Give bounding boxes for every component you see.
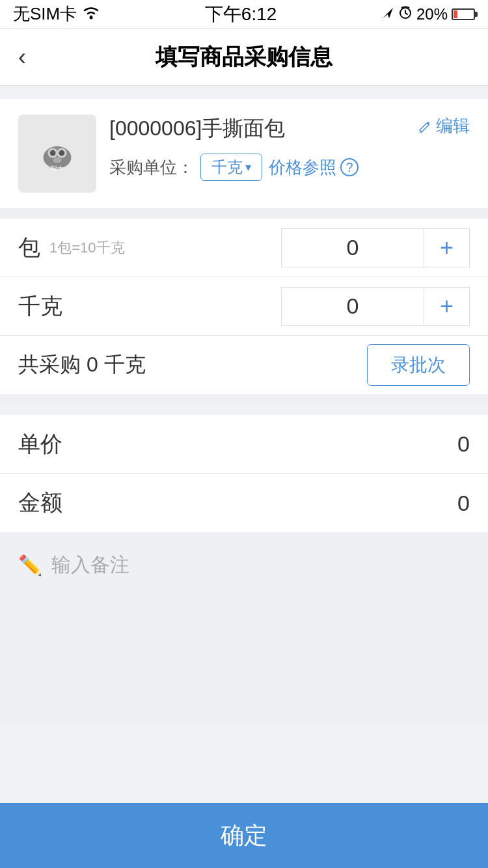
page-title: 填写商品采购信息 (156, 42, 332, 72)
price-ref-label: 价格参照 (269, 156, 336, 179)
info-icon: ? (340, 158, 359, 176)
svg-text:智十: 智十 (51, 165, 64, 172)
kg-plus-button[interactable]: + (424, 287, 470, 326)
product-image: 智十 (18, 115, 96, 193)
battery-percent: 20% (416, 5, 448, 23)
edit-button[interactable]: 编辑 (418, 115, 470, 137)
section-divider-1 (0, 208, 488, 219)
price-ref-button[interactable]: 价格参照 ? (269, 156, 359, 179)
summary-text: 共采购 0 千克 (18, 351, 146, 379)
confirm-button[interactable]: 确定 (0, 803, 488, 868)
summary-unit: 千克 (104, 353, 146, 376)
kg-input-right: 0 + (281, 287, 470, 326)
bag-hint: 1包=10千克 (49, 238, 125, 258)
alarm-icon (398, 5, 413, 23)
record-batch-button[interactable]: 录批次 (367, 344, 470, 386)
back-chevron: ‹ (18, 44, 26, 70)
location-icon (381, 5, 394, 23)
pencil-icon: ✏️ (18, 554, 42, 576)
battery-icon (452, 8, 475, 20)
unit-value: 千克 (211, 157, 243, 178)
bag-input-right: 0 + (281, 228, 470, 267)
nav-bar: ‹ 填写商品采购信息 (0, 29, 488, 86)
amount-row: 金额 0 (0, 474, 488, 532)
bag-input-row: 包 1包=10千克 0 + (0, 219, 488, 277)
svg-point-8 (59, 150, 65, 156)
status-left: 无SIM卡 (13, 3, 100, 25)
kg-input-row: 千克 0 + (0, 277, 488, 336)
status-right: 20% (381, 5, 475, 23)
edit-label: 编辑 (436, 115, 470, 137)
product-name: [0000006]手撕面包 (109, 115, 470, 143)
notes-placeholder: 输入备注 (51, 552, 129, 578)
edit-icon (418, 119, 432, 133)
sim-text: 无SIM卡 (13, 3, 77, 25)
svg-point-0 (90, 16, 93, 20)
kg-quantity-input[interactable]: 0 (281, 287, 424, 326)
product-logo: 智十 (31, 134, 83, 173)
product-card: 智十 [0000006]手撕面包 采购单位： 千克 ▾ 价格参照 ? 编辑 (0, 99, 488, 208)
svg-point-9 (53, 157, 62, 163)
wifi-icon (82, 4, 100, 24)
status-time: 下午6:12 (205, 2, 277, 27)
svg-line-3 (405, 13, 407, 14)
summary-amount: 0 (87, 353, 98, 376)
product-info: [0000006]手撕面包 采购单位： 千克 ▾ 价格参照 ? (109, 115, 470, 181)
unit-price-value: 0 (457, 431, 470, 457)
amount-value: 0 (457, 491, 470, 516)
notes-section[interactable]: ✏️ 输入备注 (0, 532, 488, 597)
price-section: 单价 0 金额 0 (0, 415, 488, 532)
content-spacer (0, 597, 488, 727)
unit-price-label: 单价 (18, 429, 62, 459)
bag-plus-button[interactable]: + (424, 228, 470, 267)
section-divider-2 (0, 394, 488, 405)
back-button[interactable]: ‹ (18, 44, 26, 71)
bag-label: 包 1包=10千克 (18, 233, 125, 263)
bag-quantity-input[interactable]: 0 (281, 228, 424, 267)
chevron-down-icon: ▾ (245, 160, 251, 174)
status-bar: 无SIM卡 下午6:12 20% (0, 0, 488, 29)
unit-price-row: 单价 0 (0, 415, 488, 474)
kg-label: 千克 (18, 292, 62, 321)
unit-row: 采购单位： 千克 ▾ 价格参照 ? (109, 154, 470, 181)
unit-selector[interactable]: 千克 ▾ (200, 154, 262, 181)
summary-row: 共采购 0 千克 录批次 (0, 336, 488, 394)
svg-point-7 (50, 150, 56, 156)
input-section: 包 1包=10千克 0 + 千克 0 + (0, 219, 488, 336)
unit-prefix: 采购单位： (109, 156, 194, 179)
confirm-label: 确定 (221, 820, 267, 852)
amount-label: 金额 (18, 488, 62, 518)
